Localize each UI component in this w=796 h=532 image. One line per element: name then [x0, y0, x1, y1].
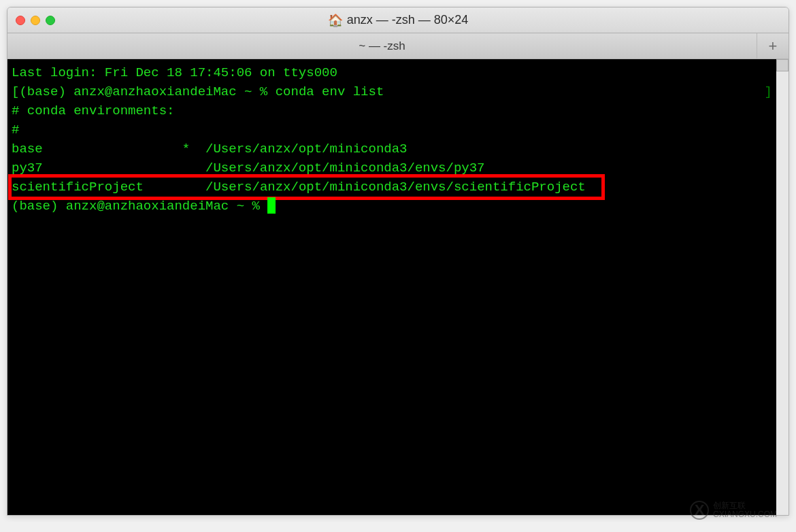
minimize-button[interactable] — [31, 16, 40, 25]
env-sci-spacer — [144, 180, 205, 195]
line-end-bracket: ] — [765, 82, 772, 101]
watermark-line2: CXIANGXU.COM — [713, 510, 777, 519]
prompt-2-text: (base) anzx@anzhaoxiandeiMac ~ % — [12, 199, 267, 214]
line-comment-1: # conda environments: — [12, 101, 772, 120]
line-last-login: Last login: Fri Dec 18 17:45:06 on ttys0… — [12, 63, 772, 82]
close-button[interactable] — [16, 16, 25, 25]
terminal-wrapper: Last login: Fri Dec 18 17:45:06 on ttys0… — [7, 59, 789, 515]
command-text: conda env list — [276, 84, 384, 99]
add-tab-button[interactable]: + — [757, 33, 789, 59]
line-env-base: base * /Users/anzx/opt/miniconda3 — [12, 139, 772, 159]
tabbar: ~ — -zsh + — [7, 33, 789, 59]
env-sci-path: /Users/anzx/opt/miniconda3/envs/scientif… — [205, 180, 586, 195]
home-icon: 🏠 — [328, 13, 343, 28]
watermark-text: 创新互联 CXIANGXU.COM — [713, 501, 777, 519]
watermark-logo-icon: X — [690, 501, 709, 520]
line-prompt-1: [(base) anzx@anzhaoxiandeiMac ~ % conda … — [12, 82, 772, 101]
window-title: 🏠 anzx — -zsh — 80×24 — [328, 13, 469, 28]
watermark: X 创新互联 CXIANGXU.COM — [690, 501, 777, 520]
terminal-content[interactable]: Last login: Fri Dec 18 17:45:06 on ttys0… — [7, 59, 776, 515]
prompt-text: [(base) anzx@anzhaoxiandeiMac ~ % — [12, 84, 276, 99]
traffic-lights — [16, 16, 55, 25]
env-sci-name: scientificProject — [12, 180, 144, 195]
zoom-button[interactable] — [46, 16, 55, 25]
scrollbar-thumb[interactable] — [776, 59, 789, 71]
cursor — [267, 197, 276, 214]
terminal-window: 🏠 anzx — -zsh — 80×24 ~ — -zsh + Last lo… — [7, 7, 789, 516]
window-title-text: anzx — -zsh — 80×24 — [347, 13, 469, 27]
titlebar: 🏠 anzx — -zsh — 80×24 — [7, 7, 789, 33]
tab-label: ~ — -zsh — [359, 39, 405, 53]
plus-icon: + — [769, 37, 778, 55]
tab-active[interactable]: ~ — -zsh — [7, 33, 757, 59]
scrollbar[interactable] — [776, 59, 789, 515]
line-comment-2: # — [12, 120, 772, 139]
